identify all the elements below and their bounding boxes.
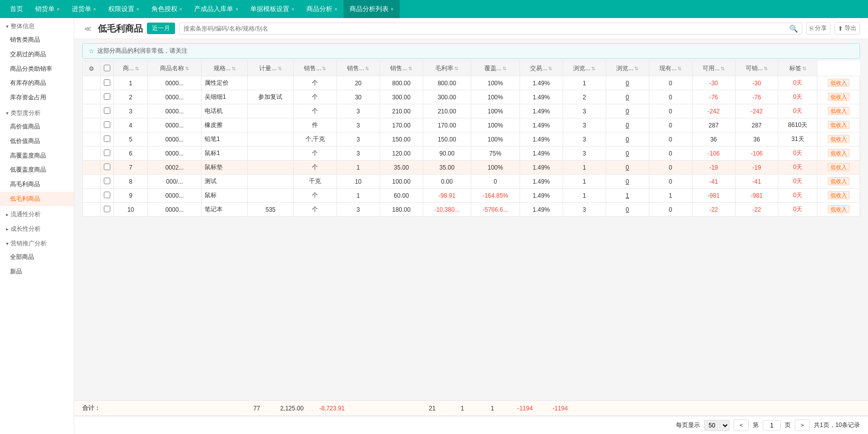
prev-page-button[interactable]: ＜ <box>734 419 749 431</box>
per-page-select[interactable]: 50 20 100 <box>704 420 730 431</box>
search-icon[interactable]: 🔍 <box>789 25 798 33</box>
row-checkbox[interactable] <box>101 132 114 147</box>
nav-product-analysis-list[interactable]: 商品分析列表 × <box>343 0 400 18</box>
nav-template-settings[interactable]: 单据模板设置 × <box>244 0 300 18</box>
sidebar-item-new-products[interactable]: 新品 <box>0 264 74 279</box>
sales-qty-col-header[interactable]: 销售...⇅ <box>293 61 336 76</box>
row-select-checkbox[interactable] <box>104 150 110 156</box>
nav-role-auth[interactable]: 角色授权 × <box>145 0 189 18</box>
row-sales-amt: 100.00 <box>380 175 423 189</box>
tag-col-header[interactable]: 标签⇅ <box>778 61 817 76</box>
share-button[interactable]: ⎘ 分享 <box>806 22 830 35</box>
sidebar-item-low-coverage[interactable]: 低覆盖度商品 <box>0 163 74 177</box>
row-select-checkbox[interactable] <box>104 79 110 86</box>
spec-col-header[interactable]: 规格...⇅ <box>202 61 248 76</box>
nav-permission[interactable]: 权限设置 × <box>102 0 145 18</box>
coverage-col-header[interactable]: 覆盖...⇅ <box>471 61 519 76</box>
row-select-checkbox[interactable] <box>104 121 110 128</box>
row-checkbox[interactable] <box>101 161 114 175</box>
row-select-checkbox[interactable] <box>104 164 110 170</box>
sidebar-item-inventory-capital[interactable]: 库存资金占用 <box>0 90 74 105</box>
gross-margin-col-header[interactable]: 毛利率⇅ <box>423 61 471 76</box>
sidebar-item-low-value[interactable]: 低价值商品 <box>0 134 74 149</box>
export-button[interactable]: ⬆ 导出 <box>834 22 860 35</box>
sidebar-item-all-products[interactable]: 全部商品 <box>0 250 74 264</box>
sidebar-group-marketing[interactable]: ▾ 营销推广分析 <box>0 235 74 250</box>
nav-product-warehousing[interactable]: 产成品入库单 × <box>188 0 244 18</box>
close-icon[interactable]: × <box>391 7 394 12</box>
sidebar-item-category-sales-rate[interactable]: 商品分类助销率 <box>0 62 74 76</box>
name-col-header[interactable]: 商品名称⇅ <box>148 61 202 76</box>
nav-home[interactable]: 首页 <box>4 0 29 18</box>
close-icon[interactable]: × <box>93 7 96 12</box>
row-coverage: 1.49% <box>519 104 563 118</box>
row-checkbox[interactable] <box>101 76 114 90</box>
sidebar-item-high-margin[interactable]: 高毛利商品 <box>0 177 74 192</box>
row-checkbox[interactable] <box>101 189 114 203</box>
row-select-checkbox[interactable] <box>104 93 110 100</box>
sidebar-group-growth[interactable]: ▸ 成长性分析 <box>0 221 74 235</box>
close-icon[interactable]: × <box>291 7 294 12</box>
nav-purchase-order[interactable]: 进货单 × <box>66 0 102 18</box>
row-view1[interactable]: 0 <box>606 175 649 189</box>
nav-sales-order[interactable]: 销货单 × <box>29 0 66 18</box>
row-coverage: 1.49% <box>519 76 563 90</box>
sidebar-item-high-coverage[interactable]: 高覆盖度商品 <box>0 149 74 163</box>
row-view1[interactable]: 1 <box>606 189 649 203</box>
nav-product-analysis[interactable]: 商品分析 × <box>300 0 343 18</box>
row-view1[interactable]: 0 <box>606 118 649 132</box>
row-select-checkbox[interactable] <box>104 178 110 184</box>
settings-col-header[interactable]: ⚙ <box>83 61 101 76</box>
page-number-input[interactable] <box>763 420 781 430</box>
row-code: 0000... <box>148 203 202 217</box>
row-checkbox[interactable] <box>101 104 114 118</box>
close-icon[interactable]: × <box>136 7 139 12</box>
trade-col-header[interactable]: 交易...⇅ <box>519 61 563 76</box>
row-checkbox[interactable] <box>101 147 114 161</box>
row-view1[interactable]: 0 <box>606 104 649 118</box>
sales-amt-col-header[interactable]: 销售...⇅ <box>336 61 380 76</box>
row-checkbox[interactable] <box>101 203 114 217</box>
row-view1[interactable]: 0 <box>606 147 649 161</box>
available-col-header[interactable]: 可用...⇅ <box>692 61 735 76</box>
chevron-right-icon: ▸ <box>6 212 9 217</box>
search-input[interactable] <box>184 25 789 32</box>
row-unit: 个 <box>293 76 336 90</box>
row-checkbox[interactable] <box>101 175 114 189</box>
row-select-checkbox[interactable] <box>104 135 110 142</box>
sidebar-group-overall[interactable]: ▾ 整体信息 <box>0 18 74 33</box>
close-icon[interactable]: × <box>334 7 337 12</box>
close-icon[interactable]: × <box>180 7 183 12</box>
saleable-col-header[interactable]: 可销...⇅ <box>735 61 778 76</box>
row-view1[interactable]: 0 <box>606 203 649 217</box>
sales-profit-col-header[interactable]: 销售...⇅ <box>380 61 423 76</box>
code-col-header[interactable]: 商...⇅ <box>114 61 148 76</box>
sidebar-item-high-value[interactable]: 高价值商品 <box>0 119 74 134</box>
row-select-checkbox[interactable] <box>104 192 110 198</box>
sidebar-group-type-analysis[interactable]: ▾ 类型度分析 <box>0 105 74 119</box>
sidebar-group-circulation[interactable]: ▸ 流通性分析 <box>0 206 74 221</box>
row-checkbox[interactable] <box>101 90 114 104</box>
next-page-button[interactable]: ＞ <box>795 419 810 431</box>
filter-recent-month-button[interactable]: 近一月 <box>147 23 175 34</box>
row-view1[interactable]: 0 <box>606 76 649 90</box>
unit-col-header[interactable]: 计量...⇅ <box>248 61 294 76</box>
checkbox-col-header[interactable] <box>101 61 114 76</box>
collapse-sidebar-button[interactable]: ≪ <box>82 25 94 33</box>
row-checkbox[interactable] <box>101 118 114 132</box>
view1-col-header[interactable]: 浏览...⇅ <box>563 61 606 76</box>
row-select-checkbox[interactable] <box>104 206 110 212</box>
sidebar-item-stocked-products[interactable]: 有库存的商品 <box>0 76 74 90</box>
view2-col-header[interactable]: 浏览...⇅ <box>606 61 649 76</box>
sidebar-item-sales-products[interactable]: 销售类商品 <box>0 33 74 47</box>
current-col-header[interactable]: 现有...⇅ <box>649 61 692 76</box>
sidebar-item-low-margin[interactable]: 低毛利商品 <box>0 192 74 206</box>
close-icon[interactable]: × <box>57 7 60 12</box>
close-icon[interactable]: × <box>235 7 238 12</box>
select-all-checkbox[interactable] <box>104 65 110 71</box>
row-view1[interactable]: 0 <box>606 132 649 147</box>
sidebar-item-traded-products[interactable]: 交易过的商品 <box>0 47 74 62</box>
row-view1[interactable]: 0 <box>606 161 649 175</box>
row-select-checkbox[interactable] <box>104 107 110 114</box>
row-view1[interactable]: 0 <box>606 90 649 104</box>
